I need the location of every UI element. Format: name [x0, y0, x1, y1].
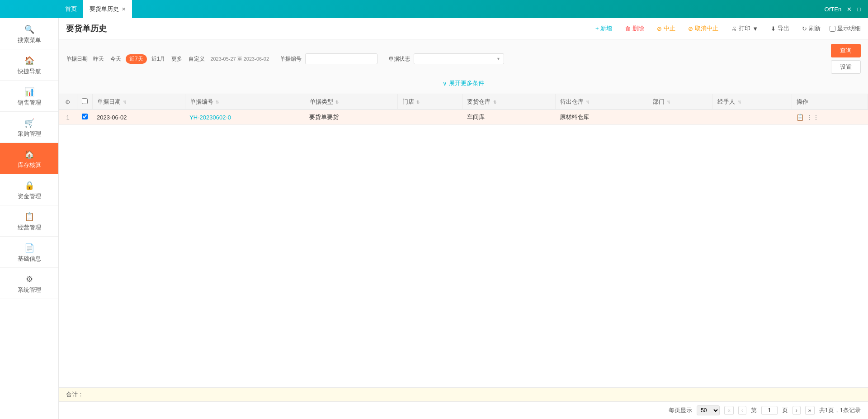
sort-dept-icon[interactable]: ⇅ [667, 100, 670, 105]
row-more-icon[interactable]: ⋮⋮ [807, 114, 819, 121]
query-button[interactable]: 查询 [831, 44, 861, 57]
operation-icon: 📋 [24, 212, 34, 222]
filter-area: 单据日期 昨天 今天 近7天 近1月 更多 自定义 2023-05-27 至 2… [59, 39, 868, 94]
delete-icon: 🗑 [625, 25, 631, 32]
sidebar-item-inventory[interactable]: 🏠 库存核算 [0, 143, 58, 174]
refresh-icon: ↻ [802, 25, 807, 32]
header-actions: + 新增 🗑 删除 ⊘ 中止 ⊘ 取消中止 🖨 打印 ▼ [592, 23, 861, 34]
date-range: 2023-05-27 至 2023-06-02 [210, 56, 269, 62]
window-maximize-icon[interactable]: □ [857, 6, 861, 13]
sort-store-icon[interactable]: ⇅ [416, 100, 420, 105]
table-row[interactable]: 1 2023-06-02 YH-20230602-0 要货单要货 车间库 原材料… [59, 110, 868, 125]
main-layout: 🔍 搜索菜单 🏠 快捷导航 📊 销售管理 🛒 采购管理 🏠 库存核算 🔒 资金管… [0, 18, 868, 419]
sidebar-item-quick-nav[interactable]: 🏠 快捷导航 [0, 49, 58, 81]
doc-no-label: 单据编号 [280, 55, 302, 63]
sidebar-item-system[interactable]: ⚙ 系统管理 [0, 268, 58, 299]
sales-icon: 📊 [24, 87, 34, 97]
row-req-warehouse: 车间库 [462, 110, 555, 125]
sidebar-item-label: 基础信息 [18, 255, 41, 263]
sidebar-item-finance[interactable]: 🔒 资金管理 [0, 174, 58, 205]
next-page-button[interactable]: › [793, 406, 801, 415]
sort-pendingwh-icon[interactable]: ⇅ [586, 100, 590, 105]
tab-home[interactable]: 首页 [59, 0, 83, 18]
sort-handler-icon[interactable]: ⇅ [738, 100, 741, 105]
date-btn-custom[interactable]: 自定义 [187, 55, 207, 63]
date-btn-more[interactable]: 更多 [170, 55, 184, 63]
expand-more-btn[interactable]: ∨ 展开更多条件 [66, 77, 861, 89]
sort-docno-icon[interactable]: ⇅ [216, 100, 219, 105]
sidebar-item-basic[interactable]: 📄 基础信息 [0, 237, 58, 268]
date-btn-7days[interactable]: 近7天 [126, 54, 147, 64]
sidebar-item-label: 资金管理 [18, 192, 41, 200]
stop-icon: ⊘ [657, 25, 662, 32]
sort-doctype-icon[interactable]: ⇅ [335, 100, 339, 105]
sidebar-item-label: 销售管理 [18, 99, 41, 107]
row-op: 📋 ⋮⋮ [792, 110, 868, 125]
last-page-button[interactable]: » [805, 406, 815, 415]
export-icon: ⬇ [771, 25, 776, 32]
row-date: 2023-06-02 [92, 110, 185, 125]
sort-date-icon[interactable]: ⇅ [123, 100, 127, 105]
inventory-icon: 🏠 [24, 149, 34, 159]
basic-icon: 📄 [24, 243, 34, 253]
sidebar-item-label: 搜索菜单 [18, 36, 41, 44]
row-dept [648, 110, 713, 125]
page-size-label: 每页显示 [669, 406, 692, 414]
close-tab-icon[interactable]: ✕ [122, 6, 126, 12]
date-btn-1month[interactable]: 近1月 [150, 55, 167, 63]
show-detail-checkbox[interactable] [830, 26, 835, 32]
sidebar-item-label: 经营管理 [18, 224, 41, 232]
row-checkbox-cell [77, 110, 92, 125]
filter-right-buttons: 查询 设置 [831, 44, 861, 74]
print-dropdown-icon: ▼ [752, 25, 758, 32]
sidebar-item-sales[interactable]: 📊 销售管理 [0, 81, 58, 112]
content-area: 要货单历史 + 新增 🗑 删除 ⊘ 中止 ⊘ 取消中止 🖨 [59, 18, 868, 419]
page-size-select[interactable]: 50 10 20 100 [697, 405, 720, 415]
date-btn-yesterday[interactable]: 昨天 [91, 55, 106, 63]
col-doctype: 单据类型 ⇅ [305, 94, 397, 110]
col-settings[interactable]: ⚙ [59, 94, 77, 110]
col-checkbox [77, 94, 92, 110]
sidebar-item-label: 库存核算 [18, 161, 41, 169]
often-label: OfTEn [825, 6, 842, 13]
sidebar-item-search-menu[interactable]: 🔍 搜索菜单 [0, 18, 58, 49]
row-store [397, 110, 462, 125]
col-pending-warehouse: 待出仓库 ⇅ [555, 94, 648, 110]
footer-summary: 合计： [59, 387, 868, 401]
doc-no-input[interactable] [305, 53, 377, 64]
stop-button[interactable]: ⊘ 中止 [653, 23, 679, 34]
data-table: ⚙ 单据日期 ⇅ 单据编号 ⇅ 单据类型 [59, 94, 868, 125]
date-shortcuts: 昨天 今天 近7天 近1月 更多 自定义 [91, 54, 207, 64]
row-checkbox[interactable] [82, 114, 88, 119]
cancel-stop-button[interactable]: ⊘ 取消中止 [684, 23, 722, 34]
sidebar-item-purchase[interactable]: 🛒 采购管理 [0, 112, 58, 143]
status-select[interactable] [414, 53, 504, 64]
export-button[interactable]: ⬇ 导出 [767, 23, 793, 34]
sort-reqwh-icon[interactable]: ⇅ [493, 100, 497, 105]
sidebar-item-label: 快捷导航 [18, 67, 41, 76]
doc-no-link[interactable]: YH-20230602-0 [189, 114, 231, 121]
refresh-button[interactable]: ↻ 刷新 [798, 23, 824, 34]
settings-button[interactable]: 设置 [831, 60, 861, 74]
row-handler [713, 110, 792, 125]
total-info: 共1页，1条记录 [819, 406, 861, 414]
date-btn-today[interactable]: 今天 [108, 55, 123, 63]
row-edit-icon[interactable]: 📋 [796, 114, 804, 121]
pagination: 每页显示 50 10 20 100 « ‹ 第 页 › » 共1页，1条记录 [59, 401, 868, 419]
print-button[interactable]: 🖨 打印 ▼ [727, 23, 762, 34]
new-button[interactable]: + 新增 [592, 23, 616, 34]
summary-label: 合计： [66, 391, 84, 398]
first-page-button[interactable]: « [724, 406, 734, 415]
window-close-icon[interactable]: ✕ [847, 6, 852, 13]
delete-button[interactable]: 🗑 删除 [621, 23, 648, 34]
sidebar-item-operation[interactable]: 📋 经营管理 [0, 205, 58, 237]
page-input[interactable] [761, 406, 778, 415]
top-bar-right: OfTEn ✕ □ [825, 6, 868, 13]
select-all-checkbox[interactable] [82, 98, 88, 104]
expand-icon: ∨ [443, 80, 447, 87]
prev-page-button[interactable]: ‹ [738, 406, 746, 415]
col-dept: 部门 ⇅ [648, 94, 713, 110]
page-unit: 页 [782, 406, 788, 414]
tab-history[interactable]: 要货单历史 ✕ [83, 0, 132, 18]
table-area: ⚙ 单据日期 ⇅ 单据编号 ⇅ 单据类型 [59, 94, 868, 387]
